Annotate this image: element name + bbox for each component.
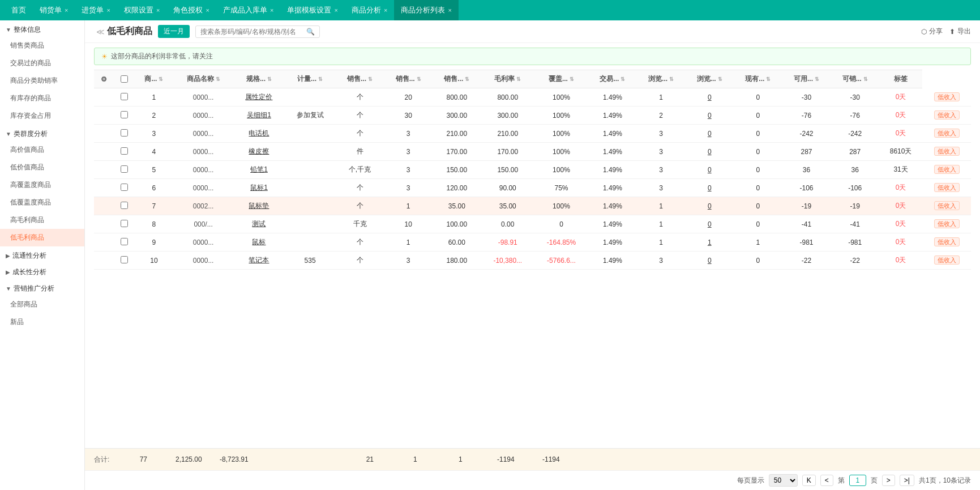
td-view-count1-5[interactable]: 0 bbox=[685, 179, 734, 197]
td-name-2[interactable]: 电话机 bbox=[233, 125, 284, 143]
th-name[interactable]: 商品名称⇅ bbox=[173, 70, 234, 88]
td-view-count1-9[interactable]: 0 bbox=[685, 252, 734, 270]
sidebar-item-category-rate[interactable]: 商品分类助销率 bbox=[0, 72, 84, 90]
view-count1-link-2[interactable]: 0 bbox=[708, 130, 712, 138]
sidebar-item-high-margin[interactable]: 高毛利商品 bbox=[0, 211, 84, 229]
sidebar-group-liquidity[interactable]: ▶ 流通性分析 bbox=[0, 246, 84, 263]
sidebar-collapse-button[interactable]: ≪ bbox=[94, 26, 107, 37]
row-checkbox-5[interactable] bbox=[121, 184, 128, 191]
td-name-5[interactable]: 鼠标1 bbox=[233, 179, 284, 197]
td-name-1[interactable]: 吴细细1 bbox=[233, 106, 284, 125]
view-count1-link-0[interactable]: 0 bbox=[708, 93, 712, 101]
th-settings[interactable]: ⚙ bbox=[94, 70, 114, 88]
nav-close-product-inbound[interactable]: × bbox=[268, 7, 273, 14]
sidebar-group-overall[interactable]: ▼ 整体信息 bbox=[0, 20, 84, 37]
prev-page-button[interactable]: < bbox=[820, 475, 833, 486]
th-view-count2[interactable]: 浏览...⇅ bbox=[685, 70, 734, 88]
view-count1-link-8[interactable]: 1 bbox=[708, 238, 712, 246]
nav-template-settings[interactable]: 单据模板设置 × bbox=[280, 0, 344, 20]
row-checkbox-7[interactable] bbox=[121, 220, 128, 227]
sidebar-item-in-stock[interactable]: 有库存的商品 bbox=[0, 90, 84, 107]
sidebar-item-all-products[interactable]: 全部商品 bbox=[0, 296, 84, 313]
nav-purchase-order[interactable]: 进货单 × bbox=[75, 0, 117, 20]
search-icon[interactable]: 🔍 bbox=[306, 28, 315, 36]
select-all-checkbox[interactable] bbox=[121, 75, 128, 83]
sidebar-group-growth[interactable]: ▶ 成长性分析 bbox=[0, 263, 84, 279]
first-page-button[interactable]: K bbox=[802, 475, 816, 486]
export-button[interactable]: ⬆ 导出 bbox=[949, 27, 971, 36]
sidebar-item-low-margin[interactable]: 低毛利商品 bbox=[0, 229, 84, 246]
next-page-button[interactable]: > bbox=[882, 475, 895, 486]
nav-close-permissions[interactable]: × bbox=[155, 7, 160, 14]
th-view-count1[interactable]: 浏览...⇅ bbox=[637, 70, 686, 88]
th-code[interactable]: 商...⇅ bbox=[135, 70, 173, 88]
td-view-count1-1[interactable]: 0 bbox=[685, 106, 734, 125]
row-checkbox-8[interactable] bbox=[121, 238, 128, 245]
row-checkbox-4[interactable] bbox=[121, 165, 128, 173]
sidebar-item-stock-capital[interactable]: 库存资金占用 bbox=[0, 107, 84, 125]
last-page-button[interactable]: >| bbox=[900, 475, 914, 486]
nav-product-analysis[interactable]: 商品分析 × bbox=[345, 0, 394, 20]
sidebar-group-marketing[interactable]: ▼ 营销推广分析 bbox=[0, 279, 84, 296]
nav-role-auth[interactable]: 角色授权 × bbox=[166, 0, 216, 20]
filter-period-button[interactable]: 近一月 bbox=[158, 25, 190, 38]
sidebar-item-low-value[interactable]: 低价值商品 bbox=[0, 159, 84, 176]
td-name-9[interactable]: 笔记本 bbox=[233, 252, 284, 270]
sidebar-item-low-coverage[interactable]: 低覆盖度商品 bbox=[0, 194, 84, 211]
td-name-4[interactable]: 铅笔1 bbox=[233, 161, 284, 179]
row-checkbox-6[interactable] bbox=[121, 202, 128, 209]
th-available-stock[interactable]: 可用...⇅ bbox=[782, 70, 831, 88]
view-count1-link-7[interactable]: 0 bbox=[708, 220, 712, 228]
th-coverage[interactable]: 覆盖...⇅ bbox=[534, 70, 588, 88]
per-page-select[interactable]: 50 100 200 bbox=[769, 474, 798, 487]
view-count1-link-1[interactable]: 0 bbox=[708, 112, 712, 120]
nav-close-sales[interactable]: × bbox=[63, 7, 68, 14]
row-checkbox-2[interactable] bbox=[121, 129, 128, 137]
th-spec[interactable]: 规格...⇅ bbox=[233, 70, 284, 88]
nav-product-analysis-list[interactable]: 商品分析列表 × bbox=[394, 0, 458, 20]
sidebar-item-high-coverage[interactable]: 高覆盖度商品 bbox=[0, 176, 84, 194]
view-count1-link-5[interactable]: 0 bbox=[708, 184, 712, 192]
nav-home[interactable]: 首页 bbox=[5, 0, 33, 20]
td-name-8[interactable]: 鼠标 bbox=[233, 233, 284, 252]
th-sales-amount[interactable]: 销售...⇅ bbox=[384, 70, 433, 88]
td-name-6[interactable]: 鼠标垫 bbox=[233, 197, 284, 215]
share-button[interactable]: ⬡ 分享 bbox=[921, 27, 943, 36]
th-sellable-days[interactable]: 可销...⇅ bbox=[831, 70, 879, 88]
td-view-count1-4[interactable]: 0 bbox=[685, 161, 734, 179]
td-view-count1-0[interactable]: 0 bbox=[685, 88, 734, 106]
th-sales-qty[interactable]: 销售...⇅ bbox=[336, 70, 384, 88]
td-view-count1-6[interactable]: 0 bbox=[685, 197, 734, 215]
td-view-count1-3[interactable]: 0 bbox=[685, 143, 734, 161]
settings-gear-icon[interactable]: ⚙ bbox=[101, 75, 107, 83]
row-checkbox-3[interactable] bbox=[121, 147, 128, 155]
nav-close-template[interactable]: × bbox=[332, 7, 337, 14]
th-unit[interactable]: 计量...⇅ bbox=[285, 70, 336, 88]
row-checkbox-1[interactable] bbox=[121, 111, 128, 118]
th-trade-count[interactable]: 交易...⇅ bbox=[588, 70, 637, 88]
nav-sales-order[interactable]: 销货单 × bbox=[33, 0, 75, 20]
sidebar-item-high-value[interactable]: 高价值商品 bbox=[0, 141, 84, 159]
th-sales-profit[interactable]: 销售...⇅ bbox=[433, 70, 481, 88]
td-view-count1-2[interactable]: 0 bbox=[685, 125, 734, 143]
view-count1-link-6[interactable]: 0 bbox=[708, 202, 712, 210]
th-gross-margin[interactable]: 毛利率⇅ bbox=[481, 70, 534, 88]
nav-product-inbound[interactable]: 产成品入库单 × bbox=[216, 0, 280, 20]
th-current-stock[interactable]: 现有...⇅ bbox=[734, 70, 782, 88]
row-checkbox-9[interactable] bbox=[121, 256, 128, 263]
sidebar-item-new-products[interactable]: 新品 bbox=[0, 313, 84, 331]
td-view-count1-7[interactable]: 0 bbox=[685, 215, 734, 233]
nav-close-product-analysis[interactable]: × bbox=[382, 7, 387, 14]
sidebar-item-sales-products[interactable]: 销售类商品 bbox=[0, 37, 84, 54]
view-count1-link-4[interactable]: 0 bbox=[708, 166, 712, 174]
sidebar-item-traded-products[interactable]: 交易过的商品 bbox=[0, 54, 84, 72]
search-input[interactable] bbox=[200, 28, 306, 36]
nav-close-purchase[interactable]: × bbox=[105, 7, 110, 14]
sidebar-group-cluster[interactable]: ▼ 类群度分析 bbox=[0, 125, 84, 141]
td-view-count1-8[interactable]: 1 bbox=[685, 233, 734, 252]
nav-close-role-auth[interactable]: × bbox=[204, 7, 209, 14]
row-checkbox-0[interactable] bbox=[121, 93, 128, 100]
td-name-7[interactable]: 测试 bbox=[233, 215, 284, 233]
view-count1-link-3[interactable]: 0 bbox=[708, 148, 712, 156]
td-name-0[interactable]: 属性定价 bbox=[233, 88, 284, 106]
